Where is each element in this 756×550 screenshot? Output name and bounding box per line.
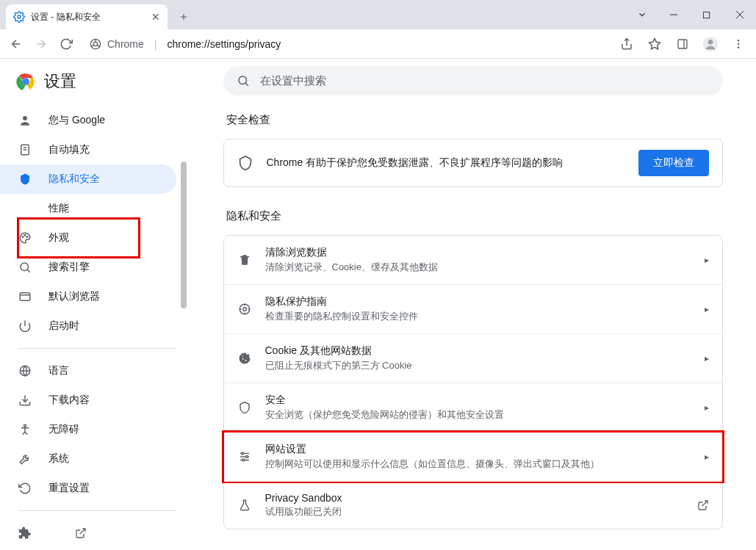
nav-reload-button[interactable] — [56, 34, 76, 54]
menu-button[interactable] — [727, 32, 750, 56]
sidebar-item-reset[interactable]: 重置设置 — [0, 474, 176, 503]
globe-icon — [18, 363, 32, 378]
trash-icon — [237, 253, 252, 267]
svg-point-47 — [242, 308, 246, 311]
row-privacy-guide[interactable]: 隐私保护指南检查重要的隐私控制设置和安全控件 ▸ — [224, 284, 722, 333]
row-title: Cookie 及其他网站数据 — [265, 344, 691, 358]
svg-point-10 — [93, 42, 97, 46]
chevron-right-icon: ▸ — [705, 353, 709, 363]
sidebar-item-label: 性能 — [48, 202, 69, 215]
sidebar-item-system[interactable]: 系统 — [0, 444, 176, 474]
row-title: 清除浏览数据 — [265, 246, 691, 259]
sidebar-item-performance[interactable]: 性能 — [0, 194, 176, 223]
share-button[interactable] — [615, 32, 638, 56]
flask-icon — [237, 498, 252, 513]
sidebar-item-you-and-google[interactable]: 您与 Google — [0, 106, 176, 135]
url-separator: | — [154, 38, 157, 50]
row-cookies[interactable]: Cookie 及其他网站数据已阻止无痕模式下的第三方 Cookie ▸ — [224, 333, 722, 383]
svg-point-42 — [24, 424, 26, 427]
window-minimize-button[interactable] — [657, 4, 690, 26]
row-title: 隐私保护指南 — [265, 295, 691, 308]
power-icon — [18, 319, 32, 333]
profile-button[interactable] — [699, 32, 722, 56]
sidebar-item-label: 自动填充 — [48, 143, 90, 156]
sidebar-item-label: 默认浏览器 — [48, 290, 100, 303]
svg-line-61 — [702, 501, 707, 506]
row-subtitle: 控制网站可以使用和显示什么信息（如位置信息、摄像头、弹出式窗口及其他） — [265, 457, 691, 471]
svg-point-22 — [738, 46, 740, 48]
window-controls — [627, 0, 756, 29]
new-tab-button[interactable] — [173, 7, 194, 27]
sidebar-item-label: 语言 — [48, 364, 69, 377]
sidebar-item-autofill[interactable]: 自动填充 — [0, 135, 176, 164]
sidebar-item-accessibility[interactable]: 无障碍 — [0, 415, 176, 444]
row-security[interactable]: 安全安全浏览（保护您免受危险网站的侵害）和其他安全设置 ▸ — [224, 383, 722, 432]
row-title: Privacy Sandbox — [265, 492, 684, 504]
row-subtitle: 安全浏览（保护您免受危险网站的侵害）和其他安全设置 — [265, 408, 691, 421]
settings-sidebar: 设置 您与 Google 自动填充 隐私和安全 性能 外观 搜索引擎 默认浏览器… — [0, 59, 190, 550]
url-text: chrome://settings/privacy — [167, 38, 281, 50]
security-check-button[interactable]: 立即检查 — [638, 150, 709, 176]
tab-title: 设置 - 隐私和安全 — [31, 11, 101, 23]
sidebar-item-downloads[interactable]: 下载内容 — [0, 386, 176, 415]
security-check-heading: 安全检查 — [226, 113, 723, 127]
window-titlebar: 设置 - 隐私和安全 ✕ — [0, 0, 756, 29]
browser-icon — [18, 289, 32, 304]
sidebar-item-languages[interactable]: 语言 — [0, 356, 176, 386]
sidebar-item-extensions[interactable] — [0, 518, 176, 548]
privacy-list: 清除浏览数据清除浏览记录、Cookie、缓存及其他数据 ▸ 隐私保护指南检查重要… — [223, 235, 723, 529]
chrome-logo-icon — [16, 72, 35, 91]
svg-point-31 — [22, 236, 24, 238]
svg-line-45 — [245, 83, 248, 86]
sidebar-divider — [18, 510, 176, 511]
sidebar-item-appearance[interactable]: 外观 — [0, 223, 176, 253]
nav-back-button[interactable] — [6, 34, 26, 54]
settings-main: 在设置中搜索 安全检查 Chrome 有助于保护您免受数据泄露、不良扩展程序等问… — [190, 59, 756, 550]
svg-point-0 — [18, 15, 21, 18]
svg-point-33 — [26, 236, 28, 238]
svg-point-21 — [738, 43, 740, 45]
window-close-button[interactable] — [723, 4, 756, 26]
svg-point-44 — [239, 76, 247, 84]
restore-icon — [18, 481, 32, 496]
browser-tab[interactable]: 设置 - 隐私和安全 ✕ — [6, 4, 168, 29]
speedometer-icon — [18, 201, 32, 216]
sidebar-item-search[interactable]: 搜索引擎 — [0, 253, 176, 282]
row-clear-browsing-data[interactable]: 清除浏览数据清除浏览记录、Cookie、缓存及其他数据 ▸ — [224, 236, 722, 284]
security-check-text: Chrome 有助于保护您免受数据泄露、不良扩展程序等问题的影响 — [267, 156, 625, 170]
chevron-right-icon: ▸ — [705, 304, 709, 314]
shield-icon — [18, 172, 32, 187]
tab-close-icon[interactable]: ✕ — [151, 11, 160, 23]
row-subtitle: 试用版功能已关闭 — [265, 505, 684, 518]
sidepanel-button[interactable] — [671, 32, 694, 56]
svg-point-32 — [24, 235, 26, 236]
external-link-icon — [697, 499, 709, 511]
svg-marker-15 — [649, 38, 660, 48]
search-icon — [237, 74, 250, 87]
shield-icon — [237, 155, 253, 171]
chevron-right-icon: ▸ — [705, 255, 709, 265]
svg-point-58 — [241, 452, 243, 455]
sidebar-divider — [18, 348, 176, 349]
sidebar-item-label: 系统 — [48, 452, 69, 466]
bookmark-button[interactable] — [643, 32, 666, 56]
address-bar[interactable]: Chrome | chrome://settings/privacy — [81, 33, 611, 55]
nav-forward-button[interactable] — [31, 34, 51, 54]
svg-line-30 — [25, 206, 28, 209]
sidebar-item-startup[interactable]: 启动时 — [0, 311, 176, 341]
sidebar-item-label: 搜索引擎 — [48, 261, 90, 274]
sliders-icon — [237, 449, 252, 464]
settings-search-input[interactable]: 在设置中搜索 — [223, 66, 723, 95]
row-site-settings[interactable]: 网站设置控制网站可以使用和显示什么信息（如位置信息、摄像头、弹出式窗口及其他） … — [224, 432, 722, 481]
sidebar-item-default-browser[interactable]: 默认浏览器 — [0, 282, 176, 311]
chrome-page-icon — [90, 38, 101, 50]
tab-search-button[interactable] — [627, 4, 657, 26]
privacy-guide-icon — [237, 302, 252, 316]
window-maximize-button[interactable] — [690, 4, 723, 26]
sidebar-item-privacy[interactable]: 隐私和安全 — [0, 164, 176, 194]
row-privacy-sandbox[interactable]: Privacy Sandbox试用版功能已关闭 — [224, 481, 722, 529]
svg-point-34 — [21, 263, 29, 271]
svg-rect-36 — [20, 293, 30, 301]
row-subtitle: 检查重要的隐私控制设置和安全控件 — [265, 310, 691, 323]
chevron-right-icon: ▸ — [705, 452, 709, 462]
